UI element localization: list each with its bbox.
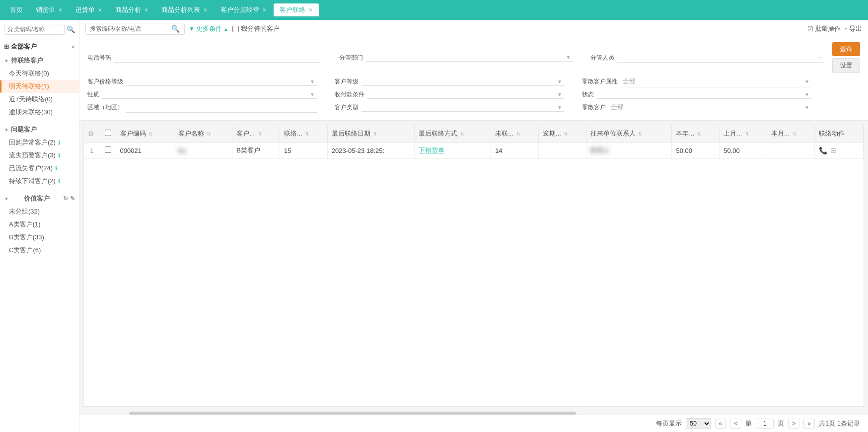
filter-price-level-select[interactable]: ▼	[126, 78, 317, 86]
filter-bar-right: ☑ 批量操作 ↑ 导出	[807, 24, 863, 33]
filter-customer-type-select[interactable]: ▼	[362, 104, 564, 112]
nav-item-sales[interactable]: 销货单✕	[30, 3, 69, 16]
filter-region-select[interactable]: ···	[126, 103, 317, 113]
sidebar-group-pending[interactable]: 待联络客户	[0, 54, 79, 67]
nav-item-purchase[interactable]: 进货单✕	[70, 3, 108, 16]
search-icon[interactable]: 🔍	[171, 25, 180, 33]
settings-button[interactable]: 设置	[832, 58, 860, 73]
row-last-contact-link[interactable]: 下销货单	[419, 146, 444, 154]
row-contact-count: 15	[280, 143, 328, 159]
sidebar-item-week-contact[interactable]: 近7天待联络(0)	[0, 93, 79, 106]
nav-home[interactable]: 首页	[4, 3, 29, 16]
sidebar-search-icon[interactable]: 🔍	[67, 25, 75, 33]
sidebar-search-input[interactable]	[4, 24, 65, 35]
sidebar-item-tomorrow-contact[interactable]: 明天待联络(1)	[0, 80, 79, 93]
col-uncontacted: 未联... ⇅	[491, 125, 539, 143]
sort-last-contact-method-icon[interactable]: ⇅	[460, 131, 464, 137]
filter-customer-level-select[interactable]: ▼	[362, 78, 564, 86]
select-all-checkbox[interactable]	[105, 130, 111, 136]
export-btn[interactable]: ↑ 导出	[845, 24, 863, 33]
close-analysis-tab[interactable]: ✕	[144, 7, 148, 13]
row-contact-person: 联系人	[586, 143, 672, 159]
sidebar-item-churn-warning[interactable]: 流失预警客户(3) ℹ	[0, 149, 79, 162]
sort-uncontacted-icon[interactable]: ⇅	[516, 131, 520, 137]
nav-item-analysis-list[interactable]: 商品分析列表✕	[155, 3, 214, 16]
my-customers-checkbox[interactable]: 我分管的客户	[232, 24, 280, 33]
close-customer-contact-tab[interactable]: ✕	[308, 7, 313, 13]
filter-gender-select[interactable]: ▼	[102, 91, 317, 99]
sidebar-item-overdue-contact[interactable]: 逾期未联络(30)	[0, 106, 79, 119]
info-icon-1[interactable]: ℹ	[58, 152, 60, 158]
per-page-select[interactable]: 50 10 20 100	[686, 418, 711, 429]
sidebar-item-repurchase-abnormal[interactable]: 回购异常客户(2) ℹ	[0, 136, 79, 149]
col-contact-count: 联络... ⇅	[280, 125, 328, 143]
info-icon-0[interactable]: ℹ	[58, 140, 60, 145]
column-settings-icon[interactable]: ⚙	[88, 130, 94, 138]
sort-last-contact-date-icon[interactable]: ⇅	[373, 131, 377, 137]
sidebar-item-ungrouped[interactable]: 未分组(32)	[0, 205, 79, 218]
sort-overdue-icon[interactable]: ⇅	[564, 131, 568, 137]
query-button[interactable]: 查询	[832, 42, 860, 56]
sidebar-item-declining[interactable]: 持续下滑客户(2) ℹ	[0, 175, 79, 188]
next-page-btn[interactable]: >	[788, 419, 799, 429]
close-purchase-tab[interactable]: ✕	[98, 7, 102, 13]
sidebar-collapse-icon[interactable]: «	[72, 43, 75, 50]
search-box[interactable]: 🔍	[85, 23, 185, 35]
action-phone-icon[interactable]: 📞	[819, 146, 827, 154]
close-sales-tab[interactable]: ✕	[58, 7, 63, 13]
filter-row-3: 性质 ▼ 收付款条件 ▼ 状态 ▼	[87, 90, 860, 99]
my-customers-check[interactable]	[232, 26, 239, 32]
sort-contact-person-icon[interactable]: ⇅	[638, 131, 642, 137]
sidebar-item-a-class[interactable]: A类客户(1)	[0, 218, 79, 231]
filter-retail-attr-select[interactable]: 全部 ▼	[621, 76, 811, 87]
sort-type-icon[interactable]: ⇅	[258, 131, 262, 137]
sidebar-all-customers[interactable]: ⊞ 全部客户 «	[0, 39, 79, 54]
nav-item-customer-contact[interactable]: 客户联络✕	[274, 3, 319, 16]
row-contact-person-text: 联系人	[590, 146, 610, 154]
row-checkbox[interactable]	[105, 146, 111, 153]
filter-dept: 分管部门 ▼	[339, 54, 573, 62]
close-analysis-list-tab[interactable]: ✕	[203, 7, 208, 13]
page-number-input[interactable]	[756, 419, 774, 429]
sort-this-month-icon[interactable]: ⇅	[793, 131, 796, 137]
filter-phone-input[interactable]	[114, 53, 321, 63]
filter-status-select[interactable]: ▼	[597, 91, 811, 99]
horizontal-scrollbar[interactable]	[79, 411, 868, 415]
nav-item-analysis[interactable]: 商品分析✕	[109, 3, 154, 16]
info-icon-2[interactable]: ℹ	[55, 165, 57, 171]
first-page-btn[interactable]: «	[715, 419, 726, 429]
sidebar-item-c-class[interactable]: C类客户(6)	[0, 244, 79, 257]
row-overdue	[538, 143, 586, 159]
scrollbar-thumb[interactable]	[129, 412, 576, 415]
value-group-edit-icon[interactable]: ✎	[70, 195, 75, 202]
retail-customer-chevron-icon: ▼	[804, 105, 809, 110]
page-label: 第	[745, 419, 752, 428]
row-last-contact-method: 下销货单	[414, 143, 491, 159]
sort-this-year-icon[interactable]: ⇅	[697, 131, 701, 137]
sidebar-item-b-class[interactable]: B类客户(33)	[0, 231, 79, 244]
sidebar-group-value[interactable]: 价值客户 ↻ ✎	[0, 192, 79, 205]
close-customer-tier-tab[interactable]: ✕	[262, 7, 267, 13]
search-input[interactable]	[90, 25, 169, 32]
batch-operation-btn[interactable]: ☑ 批量操作	[807, 24, 841, 33]
prev-page-btn[interactable]: <	[730, 419, 741, 429]
table-header-row: ⚙ 客户编码 ⇅ 客户名称 ⇅	[84, 125, 864, 143]
filter-payment-select[interactable]: ▼	[367, 91, 564, 99]
filter-retail-customer-select[interactable]: 全部 ▼	[609, 102, 811, 113]
retail-attr-chevron-icon: ▼	[804, 79, 809, 84]
action-grid-icon[interactable]: ⊞	[830, 146, 836, 154]
value-group-refresh-icon[interactable]: ↻	[63, 195, 68, 202]
info-icon-3[interactable]: ℹ	[58, 178, 60, 184]
sidebar-item-churned[interactable]: 已流失客户(24) ℹ	[0, 162, 79, 175]
sort-name-icon[interactable]: ⇅	[207, 131, 211, 137]
sort-last-month-icon[interactable]: ⇅	[745, 131, 749, 137]
sort-code-icon[interactable]: ⇅	[148, 131, 152, 137]
filter-manager-select[interactable]: ···	[617, 53, 824, 63]
last-page-btn[interactable]: »	[803, 419, 815, 429]
filter-dept-select[interactable]: ▼	[366, 54, 573, 62]
sidebar-group-problem[interactable]: 问题客户	[0, 123, 79, 136]
sort-contact-count-icon[interactable]: ⇅	[305, 131, 309, 137]
sidebar-item-today-contact[interactable]: 今天待联络(0)	[0, 67, 79, 80]
nav-item-customer-tier[interactable]: 客户分层经营✕	[215, 3, 273, 16]
more-conditions-btn[interactable]: ▼ 更多条件 ▲	[189, 24, 228, 33]
